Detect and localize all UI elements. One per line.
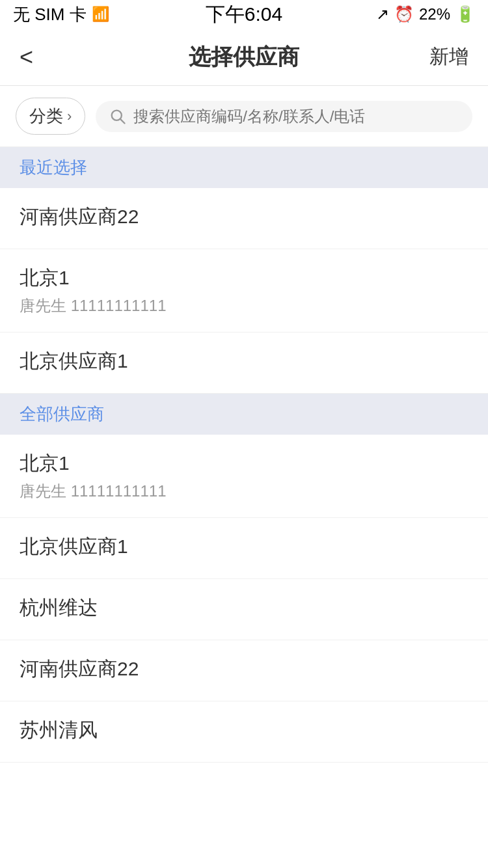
wifi-icon: 📶 — [92, 6, 109, 23]
category-button[interactable]: 分类 › — [16, 98, 85, 135]
status-left: 无 SIM 卡 📶 — [13, 3, 109, 26]
all-section-header: 全部供应商 — [0, 394, 488, 435]
item-name: 河南供应商22 — [20, 204, 468, 230]
nav-bar: < 选择供应商 新增 — [0, 29, 488, 86]
item-name: 北京供应商1 — [20, 348, 468, 375]
recent-list: 河南供应商22北京1唐先生 11111111111北京供应商1 — [0, 188, 488, 394]
page-title: 选择供应商 — [59, 42, 429, 72]
item-name: 北京1 — [20, 450, 468, 477]
list-item[interactable]: 河南供应商22 — [0, 188, 488, 249]
no-sim-text: 无 SIM 卡 — [13, 3, 87, 26]
list-item[interactable]: 河南供应商22 — [0, 640, 488, 701]
chevron-right-icon: › — [67, 108, 72, 125]
item-name: 河南供应商22 — [20, 656, 468, 683]
battery-text: 22% — [419, 5, 450, 23]
item-sub: 唐先生 11111111111 — [20, 295, 468, 316]
status-time: 下午6:04 — [206, 1, 282, 28]
search-input-wrap[interactable] — [96, 101, 472, 132]
list-item[interactable]: 北京供应商1 — [0, 518, 488, 579]
battery-icon: 🔋 — [455, 5, 475, 23]
alarm-icon: ⏰ — [394, 5, 414, 23]
item-sub: 唐先生 11111111111 — [20, 481, 468, 502]
item-name: 北京供应商1 — [20, 534, 468, 560]
search-row: 分类 › — [0, 86, 488, 147]
list-item[interactable]: 北京供应商1 — [0, 332, 488, 394]
back-button[interactable]: < — [20, 44, 59, 71]
search-icon — [109, 107, 127, 126]
list-item[interactable]: 北京1唐先生 11111111111 — [0, 435, 488, 518]
svg-line-1 — [120, 119, 124, 123]
item-name: 北京1 — [20, 265, 468, 292]
recent-section-header: 最近选择 — [0, 147, 488, 188]
all-list: 北京1唐先生 11111111111北京供应商1杭州维达河南供应商22苏州清风 — [0, 435, 488, 763]
search-input[interactable] — [133, 107, 459, 126]
list-item[interactable]: 杭州维达 — [0, 579, 488, 640]
item-name: 苏州清风 — [20, 717, 468, 744]
status-bar: 无 SIM 卡 📶 下午6:04 ↗ ⏰ 22% 🔋 — [0, 0, 488, 29]
list-item[interactable]: 北京1唐先生 11111111111 — [0, 249, 488, 332]
add-button[interactable]: 新增 — [429, 44, 468, 70]
item-name: 杭州维达 — [20, 595, 468, 621]
category-label: 分类 — [29, 105, 63, 128]
list-item[interactable]: 苏州清风 — [0, 701, 488, 763]
location-icon: ↗ — [376, 5, 389, 23]
status-right: ↗ ⏰ 22% 🔋 — [376, 5, 475, 23]
